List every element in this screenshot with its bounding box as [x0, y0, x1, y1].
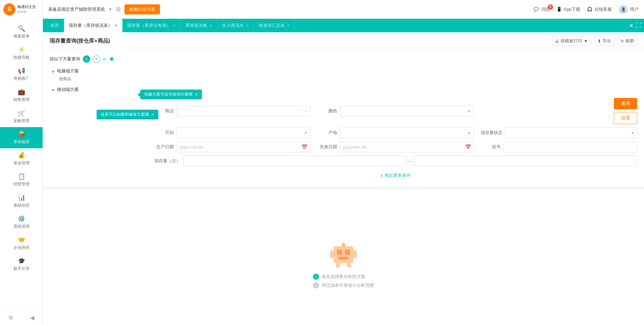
stock-status-select[interactable]: ▼ [505, 127, 637, 138]
batch-input[interactable] [503, 142, 637, 152]
sidebar-item-basic[interactable]: 📊 基础信息 [0, 191, 43, 212]
filter-add-btn[interactable]: ＋ [83, 55, 90, 63]
collapse-row[interactable]: ∧ 收起更多条件 [154, 170, 637, 181]
commodity-select[interactable]: ··· [176, 106, 310, 116]
sidebar-item-shortcut-label: 快捷导航 [13, 55, 30, 60]
filter-row-1: 商品 ··· 颜色 ▼ [154, 98, 637, 124]
tab-stock-status[interactable]: 现存量（库存状况表） ✕ [64, 19, 122, 32]
tab-stock-flow-label: 出入库流水 [222, 22, 244, 29]
guide-icon: 🎓 [18, 257, 25, 265]
scheme-item-pc[interactable]: ▶ 电脑端方案 [50, 67, 637, 75]
sidebar-item-finance[interactable]: 💰 资金管理 [0, 148, 43, 169]
tab-stock-summary-close[interactable]: ✕ [287, 23, 290, 28]
prod-date-label: 生产日期 [154, 144, 174, 150]
filter-row-2: 尺码 ▼ 产地 ▼ 现存量状态 [154, 127, 637, 138]
stock-qty-min-input[interactable] [183, 156, 407, 166]
expiry-date-calendar-icon[interactable]: 📅 [465, 144, 471, 150]
tab-home[interactable]: 首页 [46, 19, 64, 32]
search-btn[interactable]: 查询 [614, 98, 637, 109]
export-btn[interactable]: ⬆ 导出 [594, 36, 614, 46]
expiry-date-placeholder: yyyy-mm-dd [343, 145, 367, 150]
tooltip-scheme: 电脑方案可设为移动方案哦 ✕ [140, 90, 202, 99]
refresh-icon: ↻ [621, 39, 624, 44]
filter-back-btn[interactable]: « [103, 56, 106, 62]
search-btn-group-row1: 查询 设置 [481, 98, 637, 124]
sidebar-item-search[interactable]: 🔍 搜索菜单 [0, 21, 43, 43]
tab-stock-flow-close[interactable]: ✕ [246, 23, 249, 28]
header-dropdown-arrow[interactable]: ▼ [108, 7, 112, 12]
stock-qty-max-input[interactable] [414, 156, 638, 166]
svg-rect-6 [354, 250, 357, 258]
sidebar-item-system[interactable]: ⚙️ 系统管理 [0, 212, 43, 233]
top-header: 装备及固定资产辅助管理系统 ▼ ⚙ 体验行业方案 💬 消息 9 📱 App下载 … [43, 0, 644, 19]
online-support-label: 在线客服 [594, 6, 612, 12]
range-sep: — [408, 159, 413, 164]
color-label: 颜色 [317, 108, 337, 114]
headset-icon: 🎧 [587, 7, 592, 12]
header-settings-btn[interactable]: ⚙ [116, 6, 121, 13]
inventory-icon: 📦 [18, 130, 25, 138]
scheme-arrow-mobile: ▶ [52, 88, 55, 92]
scheme-sub-label: 按商品 [59, 76, 71, 81]
empty-state: 1 请先选择要分析的方案 2 用过滤条件来缩小分析范围 [43, 209, 644, 315]
tooltip-create: 这里可以创建和修改方案哦 ✕ [97, 110, 158, 119]
tab-stock-summary[interactable]: 收发存汇总表 ✕ [254, 19, 295, 32]
expiry-date-input[interactable]: yyyy-mm-dd 📅 [340, 142, 474, 152]
filter-edit-btn[interactable]: ✎ [93, 55, 100, 63]
tab-expand-icon[interactable]: ⛶ [636, 22, 641, 29]
user-btn[interactable]: 👤 用户 [619, 5, 639, 14]
tab-stock-status-close[interactable]: ✕ [114, 23, 117, 28]
filter-field-origin: 产地 ▼ [317, 127, 474, 138]
prod-date-input[interactable]: yyyy-mm-dd 📅 [176, 142, 310, 152]
prod-date-calendar-icon[interactable]: 📅 [302, 144, 307, 150]
size-select[interactable]: ▼ [176, 127, 310, 138]
app-logo-icon: 6 [3, 3, 15, 15]
online-support-btn[interactable]: 🎧 在线客服 [587, 6, 612, 12]
scheme-pc-label: 电脑端方案 [57, 68, 79, 74]
sidebar-item-guide[interactable]: 🎓 新手引导 [0, 254, 43, 275]
filter-fields-area: 商品 ··· 颜色 ▼ [154, 98, 637, 181]
tooltip-create-close[interactable]: ✕ [151, 112, 154, 117]
sidebar-item-operation-label: 经营管理 [13, 181, 30, 187]
sidebar-settings-btn[interactable]: ⚙ [8, 315, 13, 321]
sidebar-nav: 🔍 搜索菜单 ⚡ 快捷导航 📢 营销推广 💼 销售管理 🛒 采购管理 📦 库存核… [0, 19, 43, 310]
print-btn[interactable]: 🖨 按模板打印 ▼ [552, 36, 591, 46]
sidebar-item-enterprise[interactable]: 🤝 企业协同 [0, 233, 43, 254]
tab-stock-batch-close[interactable]: ✕ [209, 23, 212, 28]
color-select[interactable]: ▼ [340, 106, 474, 116]
sidebar-item-shortcut[interactable]: ⚡ 快捷导航 [0, 43, 43, 64]
filter-field-expiry-date: 失效日期 yyyy-mm-dd 📅 [317, 142, 474, 152]
refresh-btn[interactable]: ↻ 刷新 [618, 36, 637, 46]
tab-stock-dist-close[interactable]: ✕ [173, 23, 176, 28]
filter-field-color: 颜色 ▼ [317, 98, 474, 124]
header-right: 💬 消息 9 📱 App下载 🎧 在线客服 👤 用户 [534, 5, 639, 14]
tab-stock-dist[interactable]: 现存量（库存分布表） ✕ [122, 19, 181, 32]
app-download-btn[interactable]: 📱 App下载 [556, 6, 580, 12]
step-2-num: 2 [313, 282, 319, 288]
tab-home-label: 首页 [50, 22, 59, 29]
tab-stock-batch[interactable]: 库存批次账 ✕ [181, 19, 217, 32]
origin-label: 产地 [317, 130, 337, 136]
reset-btn[interactable]: 设置 [614, 112, 637, 124]
shortcut-icon: ⚡ [18, 46, 25, 53]
tab-close-all-icon[interactable]: ✕ [629, 22, 633, 29]
brand-sub: 标准版 [17, 10, 36, 14]
tooltip-create-text: 这里可以创建和修改方案哦 [101, 112, 149, 117]
message-btn[interactable]: 💬 消息 9 [534, 6, 550, 12]
color-chevron-icon: ▼ [468, 109, 471, 113]
svg-rect-3 [338, 257, 348, 260]
sidebar-item-purchase[interactable]: 🛒 采购管理 [0, 106, 43, 127]
sales-icon: 💼 [18, 88, 25, 96]
origin-select[interactable]: ▼ [340, 127, 474, 138]
sidebar-item-marketing[interactable]: 📢 营销推广 [0, 64, 43, 85]
sidebar-item-operation[interactable]: 📋 经营管理 [0, 169, 43, 191]
tooltip-scheme-text: 电脑方案可设为移动方案哦 [144, 92, 193, 97]
tab-stock-flow[interactable]: 出入库流水 ✕ [217, 19, 254, 32]
sidebar-collapse-btn[interactable]: ◀ [30, 315, 34, 321]
sidebar-item-inventory[interactable]: 📦 库存核算 [0, 127, 43, 148]
commodity-dots[interactable]: ··· [303, 108, 307, 114]
tooltip-scheme-close[interactable]: ✕ [195, 92, 198, 97]
industry-btn[interactable]: 体验行业方案 [124, 4, 160, 14]
sidebar-item-sales[interactable]: 💼 销售管理 [0, 85, 43, 106]
system-name: 装备及固定资产辅助管理系统 [48, 6, 105, 12]
